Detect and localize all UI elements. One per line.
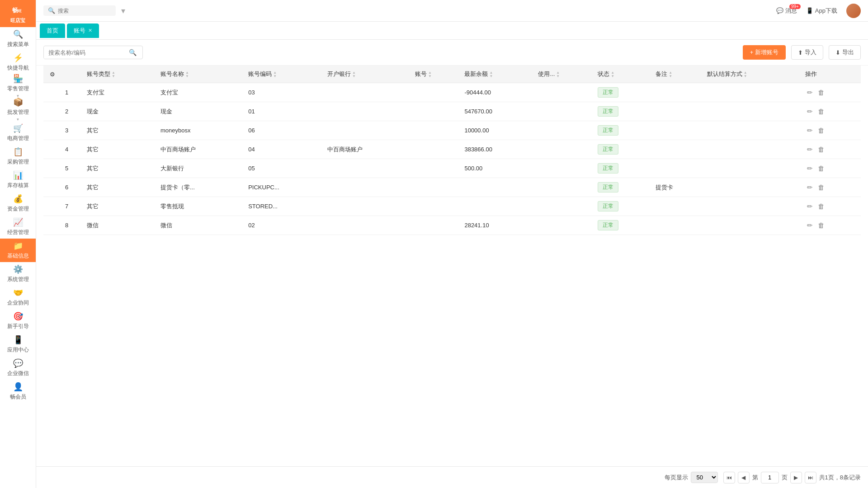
table-row: 6 其它 提货卡（零... PICKUPC... 正常 提货卡 ✏ 🗑 [43, 178, 861, 197]
sidebar-item-inventory[interactable]: 📊 库存核算 [0, 168, 36, 192]
col-settlement[interactable]: 默认结算方式▲▼ [703, 66, 802, 83]
cell-remark [652, 83, 703, 102]
col-settings[interactable]: ⚙ [43, 66, 61, 83]
sidebar-item-member[interactable]: 👤 畅会员 [0, 380, 36, 403]
cell-status: 正常 [594, 178, 652, 197]
top-search-icon: 🔍 [48, 7, 55, 14]
edit-button[interactable]: ✏ [805, 107, 815, 117]
app-download-button[interactable]: 📱 App下载 [806, 7, 837, 15]
delete-button[interactable]: 🗑 [816, 221, 826, 230]
cell-status: 正常 [594, 159, 652, 178]
sidebar-item-operation[interactable]: 📈 经营管理 [0, 215, 36, 239]
per-page-select[interactable]: 50 10 20 100 [691, 472, 718, 483]
cell-bank [324, 178, 411, 197]
col-account[interactable]: 账号▲▼ [411, 66, 461, 83]
edit-button[interactable]: ✏ [805, 126, 815, 136]
add-account-button[interactable]: + 新增账号 [743, 45, 786, 60]
total-label: 共1页，8条记录 [819, 474, 861, 482]
edit-button[interactable]: ✏ [805, 183, 815, 192]
col-remark[interactable]: 备注▲▼ [652, 66, 703, 83]
top-search[interactable]: 🔍 [43, 5, 116, 16]
import-icon: ⬆ [798, 49, 803, 56]
edit-button[interactable]: ✏ [805, 202, 815, 211]
tab-home[interactable]: 首页 [40, 23, 65, 38]
cell-name: 中百商场账户 [157, 140, 245, 159]
cell-name: 零售抵现 [157, 197, 245, 216]
cell-no: 8 [61, 216, 83, 235]
edit-button[interactable]: ✏ [805, 221, 815, 230]
table-wrapper: ⚙ 账号类型▲▼ 账号名称▲▼ 账号编码▲▼ 开户银行▲▼ [36, 66, 868, 466]
cell-code: STORED... [245, 197, 324, 216]
cell-type: 其它 [83, 178, 157, 197]
sidebar-item-appcenter[interactable]: 📱 应用中心 [0, 333, 36, 356]
col-bank[interactable]: 开户银行▲▼ [324, 66, 411, 83]
edit-button[interactable]: ✏ [805, 164, 815, 174]
sidebar-item-retail[interactable]: 🏪 零售管理 ▼ [0, 74, 36, 98]
top-header-right: 💬 消息 99+ 📱 App下载 [776, 4, 861, 18]
sidebar-item-system[interactable]: ⚙️ 系统管理 [0, 262, 36, 286]
sidebar-item-wholesale[interactable]: 📦 批发管理 ▼ [0, 98, 36, 121]
delete-button[interactable]: 🗑 [816, 183, 826, 192]
page-number-input[interactable] [761, 472, 779, 483]
cell-settings [43, 178, 61, 197]
sidebar-item-wechat[interactable]: 💬 企业微信 [0, 356, 36, 380]
system-icon: ⚙️ [13, 264, 23, 274]
cell-action: ✏ 🗑 [802, 178, 861, 197]
cell-settlement [703, 102, 802, 121]
delete-button[interactable]: 🗑 [816, 145, 826, 154]
cell-code: 05 [245, 159, 324, 178]
page-prev-button[interactable]: ◀ [738, 472, 750, 483]
tab-account[interactable]: 账号 ✕ [67, 23, 99, 38]
cell-settings [43, 159, 61, 178]
delete-button[interactable]: 🗑 [816, 202, 826, 211]
cell-remark [652, 102, 703, 121]
col-usage[interactable]: 使用...▲▼ [534, 66, 594, 83]
tab-account-close[interactable]: ✕ [88, 28, 92, 33]
account-search-box[interactable]: 🔍 [43, 46, 143, 59]
cell-remark [652, 159, 703, 178]
delete-button[interactable]: 🗑 [816, 126, 826, 135]
sidebar-item-shortcut[interactable]: ⚡ 快捷导航 [0, 51, 36, 74]
col-balance[interactable]: 最新余额▲▼ [461, 66, 534, 83]
cell-no: 4 [61, 140, 83, 159]
message-button[interactable]: 💬 消息 99+ [776, 7, 797, 15]
app-logo: 畅 旺 旺店宝 [0, 0, 36, 27]
user-avatar[interactable] [846, 4, 861, 18]
cell-name: moneybosx [157, 121, 245, 140]
delete-button[interactable]: 🗑 [816, 107, 826, 116]
col-code[interactable]: 账号编码▲▼ [245, 66, 324, 83]
account-search-button[interactable]: 🔍 [125, 46, 140, 59]
page-next-button[interactable]: ▶ [790, 472, 802, 483]
sidebar-item-ecommerce[interactable]: 🛒 电商管理 [0, 121, 36, 145]
per-page-label: 每页显示 [665, 474, 688, 482]
page-first-button[interactable]: ⏮ [723, 472, 735, 483]
status-badge: 正常 [598, 220, 618, 230]
import-button[interactable]: ⬆ 导入 [791, 45, 823, 60]
sidebar-item-label: 资金管理 [7, 205, 29, 213]
col-name[interactable]: 账号名称▲▼ [157, 66, 245, 83]
edit-button[interactable]: ✏ [805, 88, 815, 98]
col-type[interactable]: 账号类型▲▼ [83, 66, 157, 83]
edit-button[interactable]: ✏ [805, 145, 815, 155]
sidebar-item-purchase[interactable]: 📋 采购管理 [0, 145, 36, 168]
export-button[interactable]: ⬇ 导出 [829, 45, 861, 60]
sidebar-item-search[interactable]: 🔍 搜索菜单 [0, 27, 36, 51]
page-last-button[interactable]: ⏭ [805, 472, 816, 483]
sidebar-item-guide[interactable]: 🎯 新手引导 [0, 309, 36, 333]
delete-button[interactable]: 🗑 [816, 88, 826, 97]
sidebar-item-label: 批发管理 [7, 108, 29, 116]
wholesale-icon: 📦 [13, 97, 23, 107]
dropdown-icon[interactable]: ▾ [121, 6, 125, 16]
col-status[interactable]: 状态▲▼ [594, 66, 652, 83]
sidebar-item-basic[interactable]: 📁 基础信息 [0, 239, 36, 262]
top-search-input[interactable] [58, 8, 112, 14]
delete-button[interactable]: 🗑 [816, 164, 826, 173]
account-search-input[interactable] [44, 47, 125, 59]
content-toolbar: 🔍 + 新增账号 ⬆ 导入 ⬇ 导出 [36, 40, 868, 66]
sidebar-item-agreement[interactable]: 🤝 企业协同 [0, 286, 36, 309]
cell-no: 2 [61, 102, 83, 121]
import-label: 导入 [805, 48, 816, 56]
sidebar-item-capital[interactable]: 💰 资金管理 [0, 192, 36, 215]
table-row: 3 其它 moneybosx 06 10000.00 正常 ✏ 🗑 [43, 121, 861, 140]
sidebar-item-label: 畅会员 [10, 393, 26, 401]
